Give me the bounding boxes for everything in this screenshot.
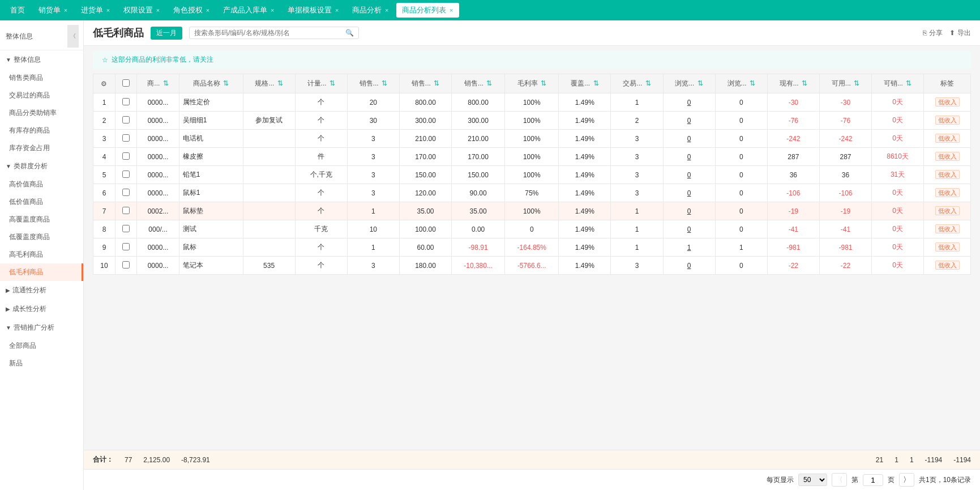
sidebar-group-flow[interactable]: ▶ 流通性分析 [0,281,83,300]
cell-browse1[interactable]: 0 [663,184,715,202]
cell-name: 测试 [179,220,243,238]
col-current[interactable]: 现有... ⇅ [767,74,819,93]
cell-browse1[interactable]: 0 [663,257,715,275]
sidebar-item-capital[interactable]: 库存资金占用 [0,139,83,157]
cell-checkbox[interactable] [115,93,136,112]
col-settings[interactable]: ⚙ [93,74,115,93]
row-checkbox[interactable] [122,189,130,196]
cell-browse1[interactable]: 1 [663,238,715,257]
nav-purchase-close[interactable]: × [106,7,110,14]
nav-template[interactable]: 单据模板设置 × [282,3,344,18]
select-all-checkbox[interactable] [122,79,130,87]
sidebar-item-sales-goods[interactable]: 销售类商品 [0,69,83,87]
page-input[interactable] [863,474,883,486]
cell-checkbox[interactable] [115,184,136,202]
per-page-select[interactable]: 50 100 200 [798,474,827,486]
nav-roles-close[interactable]: × [206,7,209,14]
sidebar-item-category-rate[interactable]: 商品分类助销率 [0,104,83,122]
sidebar-collapse-btn[interactable]: 《 [67,25,79,48]
cell-checkbox[interactable] [115,166,136,184]
nav-products-close[interactable]: × [271,7,274,14]
prev-page-btn[interactable]: 〈 [832,473,847,487]
row-checkbox[interactable] [122,243,130,250]
share-btn[interactable]: ⎘ 分享 [923,28,943,38]
col-browse1[interactable]: 浏览... ⇅ [663,74,715,93]
cell-browse1[interactable]: 0 [663,93,715,112]
nav-home[interactable]: 首页 [5,3,31,18]
row-checkbox[interactable] [122,134,130,142]
sidebar-item-low-margin[interactable]: 低毛利商品 [0,263,83,281]
row-checkbox[interactable] [122,116,130,123]
search-input[interactable] [194,29,345,37]
col-available[interactable]: 可用... ⇅ [819,74,871,93]
nav-sales-close[interactable]: × [64,7,67,14]
footer-browse1: 1 [895,456,898,464]
sidebar-item-all-goods[interactable]: 全部商品 [0,337,83,355]
cell-checkbox[interactable] [115,130,136,148]
col-trade[interactable]: 交易... ⇅ [611,74,663,93]
col-sale-price[interactable]: 销售... ⇅ [399,74,451,93]
cell-browse1[interactable]: 0 [663,166,715,184]
sidebar-item-high-value[interactable]: 高价值商品 [0,176,83,193]
nav-permissions[interactable]: 权限设置 × [118,3,165,18]
cell-browse2: 0 [715,148,767,166]
sidebar-item-traded-goods[interactable]: 交易过的商品 [0,87,83,104]
nav-goods-analysis[interactable]: 商品分析 × [346,3,394,18]
cell-checkbox[interactable] [115,202,136,220]
cell-sellable: 0天 [872,257,924,275]
tag-label: 低收入 [935,261,960,270]
export-btn[interactable]: ⬆ 导出 [949,28,971,38]
col-browse2[interactable]: 浏览... ⇅ [715,74,767,93]
row-checkbox[interactable] [122,152,130,160]
nav-products[interactable]: 产成品入库单 × [217,3,280,18]
nav-roles[interactable]: 角色授权 × [168,3,215,18]
filter-btn[interactable]: 近一月 [151,27,182,40]
sidebar-group-cluster[interactable]: ▼ 类群度分析 [0,157,83,176]
sidebar-item-new-goods[interactable]: 新品 [0,355,83,372]
col-gross-margin[interactable]: 毛利率 ⇅ [505,74,559,93]
col-sale-amount[interactable]: 销售... ⇅ [452,74,505,93]
row-checkbox[interactable] [122,98,130,105]
cell-checkbox[interactable] [115,148,136,166]
col-sale-qty[interactable]: 销售... ⇅ [347,74,399,93]
row-checkbox[interactable] [122,207,130,214]
nav-permissions-close[interactable]: × [156,7,160,14]
sidebar-item-in-stock[interactable]: 有库存的商品 [0,122,83,139]
cell-browse1[interactable]: 0 [663,130,715,148]
cell-checkbox[interactable] [115,112,136,130]
sidebar-item-high-coverage[interactable]: 高覆盖度商品 [0,211,83,228]
nav-sales[interactable]: 销货单 × [33,3,73,18]
col-sellable[interactable]: 可销... ⇅ [872,74,924,93]
col-unit[interactable]: 计量... ⇅ [295,74,347,93]
cell-checkbox[interactable] [115,257,136,275]
nav-goods-analysis-close[interactable]: × [385,7,388,14]
cell-browse1[interactable]: 0 [663,148,715,166]
col-checkbox[interactable] [115,74,136,93]
row-checkbox[interactable] [122,171,130,178]
sidebar-group-growth[interactable]: ▶ 成长性分析 [0,300,83,318]
cell-checkbox[interactable] [115,220,136,238]
sidebar-group-marketing[interactable]: ▼ 营销推广分析 [0,318,83,337]
sidebar-item-low-value[interactable]: 低价值商品 [0,193,83,211]
row-checkbox[interactable] [122,225,130,232]
nav-template-close[interactable]: × [335,7,339,14]
nav-purchase[interactable]: 进货单 × [75,3,115,18]
col-code[interactable]: 商... ⇅ [137,74,179,93]
cell-browse2: 0 [715,184,767,202]
sidebar-item-low-coverage[interactable]: 低覆盖度商品 [0,228,83,246]
nav-goods-analysis-list-close[interactable]: × [450,7,453,14]
cell-browse1[interactable]: 0 [663,220,715,238]
cell-browse1[interactable]: 0 [663,112,715,130]
row-checkbox[interactable] [122,261,130,269]
cell-browse1[interactable]: 0 [663,202,715,220]
col-tag[interactable]: 标签 [924,74,971,93]
cell-checkbox[interactable] [115,238,136,257]
col-coverage[interactable]: 覆盖... ⇅ [559,74,611,93]
col-name[interactable]: 商品名称 ⇅ [179,74,243,93]
sidebar-group-overall[interactable]: ▼ 整体信息 [0,50,83,69]
search-icon[interactable]: 🔍 [345,29,354,37]
nav-goods-analysis-list[interactable]: 商品分析列表 × [396,3,459,18]
sidebar-item-high-margin[interactable]: 高毛利商品 [0,246,83,263]
col-spec[interactable]: 规格... ⇅ [243,74,295,93]
next-page-btn[interactable]: 〉 [899,473,914,487]
